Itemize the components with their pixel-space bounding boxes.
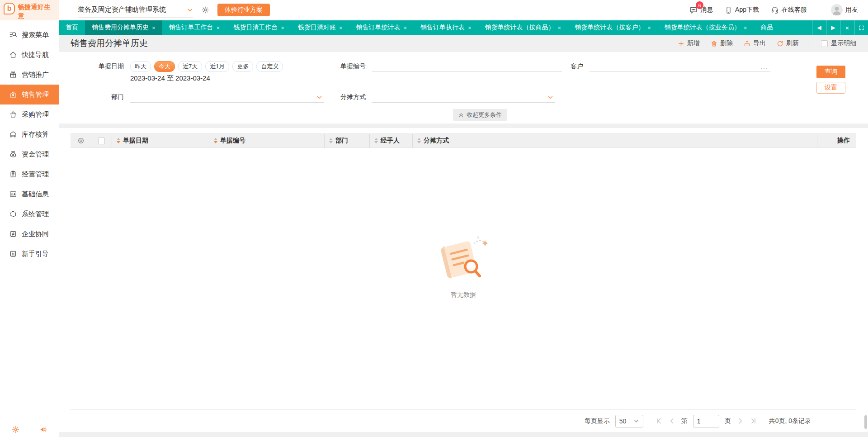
date-chip-yesterday[interactable]: 昨天 <box>130 61 151 72</box>
sort-icon[interactable] <box>214 138 217 143</box>
sort-icon[interactable] <box>329 138 333 143</box>
tab-sales-stats-by-salesperson[interactable]: 销货单统计表（按业务员） <box>658 20 754 35</box>
date-chip-more[interactable]: 更多 <box>232 61 253 72</box>
tab-sales-order-execution[interactable]: 销售订单执行表 <box>414 20 478 35</box>
show-detail-toggle[interactable]: 显示明细 <box>821 39 856 48</box>
tab-scroll-right-icon[interactable]: ▶ <box>826 20 840 35</box>
next-page-button[interactable] <box>736 417 744 425</box>
trash-icon <box>711 40 717 47</box>
tab-close-all-icon[interactable]: × <box>840 20 854 35</box>
gear-icon[interactable] <box>201 6 209 14</box>
tab-close-icon[interactable] <box>468 24 472 31</box>
show-detail-checkbox[interactable] <box>821 40 828 47</box>
select-all-checkbox[interactable] <box>91 134 112 147</box>
tab-sales-order-workbench[interactable]: 销售订单工作台 <box>162 20 227 35</box>
last-page-button[interactable] <box>750 417 757 425</box>
fullscreen-icon[interactable] <box>854 20 868 35</box>
refresh-button[interactable]: 刷新 <box>777 39 799 48</box>
app-download-label: App下载 <box>735 6 759 14</box>
sidebar-item-sales-mgmt[interactable]: 销售管理 <box>0 85 59 104</box>
tab-home[interactable]: 首页 <box>59 20 85 35</box>
settings-gear-icon[interactable] <box>12 426 19 433</box>
search-button[interactable]: 查询 <box>816 66 845 78</box>
tab-sales-stats-by-product[interactable]: 销货单统计表（按商品） <box>478 20 568 35</box>
page-number-input[interactable] <box>693 415 719 428</box>
department-select[interactable] <box>130 92 324 103</box>
table-panel: 单据日期 单据编号 部门 经手人 <box>59 128 868 432</box>
chevron-down-icon[interactable] <box>316 94 323 100</box>
column-header-handler[interactable]: 经手人 <box>370 134 413 147</box>
add-button[interactable]: 新增 <box>678 39 700 48</box>
sort-icon[interactable] <box>117 138 120 143</box>
date-chip-last1month[interactable]: 近1月 <box>205 61 229 72</box>
sidebar-item-operations[interactable]: 经营管理 <box>0 164 59 184</box>
first-page-button[interactable] <box>655 417 663 425</box>
tab-sales-order-stats[interactable]: 销售订单统计表 <box>349 20 414 35</box>
export-button[interactable]: 导出 <box>744 39 766 48</box>
sidebar-item-newbie-guide[interactable]: 新 新手引导 <box>0 244 59 264</box>
column-header-doc-date[interactable]: 单据日期 <box>112 134 209 147</box>
tab-cash-goods-reconcile[interactable]: 钱货日清对账 <box>291 20 349 35</box>
export-icon <box>744 40 750 47</box>
sidebar-item-quick-nav[interactable]: 快捷导航 <box>0 45 59 65</box>
tab-product[interactable]: 商品 <box>754 20 773 35</box>
brand-logo: b 畅捷通好生意 标准版 <box>0 0 59 20</box>
sidebar-item-basic-info[interactable]: 基础信息 <box>0 184 59 204</box>
tab-sales-expense-history[interactable]: 销售费用分摊单历史 <box>85 20 162 35</box>
filter-doc-date: 单据日期 昨天 今天 近7天 近1月 更多 自定义 2 <box>92 61 334 83</box>
customer-more-icon[interactable]: ... <box>760 63 769 70</box>
app-download-button[interactable]: App下载 <box>725 6 759 14</box>
tab-sales-stats-by-customer[interactable]: 销货单统计表（按客户） <box>568 20 658 35</box>
settings-button[interactable]: 设置 <box>816 82 845 94</box>
sidebar-item-marketing[interactable]: 营销推广 <box>0 65 59 85</box>
tab-cash-goods-workbench[interactable]: 钱货日清工作台 <box>226 20 291 35</box>
date-range-value[interactable]: 2023-03-24 至 2023-03-24 <box>130 74 283 83</box>
sidebar-item-funds[interactable]: 资金管理 <box>0 144 59 164</box>
per-page-label: 每页显示 <box>585 417 610 425</box>
tab-scroll-left-icon[interactable]: ◀ <box>812 20 826 35</box>
vertical-scrollbar[interactable] <box>864 415 867 429</box>
column-header-doc-no[interactable]: 单据编号 <box>209 134 325 147</box>
column-header-department[interactable]: 部门 <box>325 134 370 147</box>
tab-close-icon[interactable] <box>744 24 747 31</box>
chevron-down-icon[interactable] <box>547 94 554 100</box>
tab-close-icon[interactable] <box>281 24 284 31</box>
announcement-horn-icon[interactable] <box>39 426 47 433</box>
user-menu[interactable]: 用友 <box>831 4 858 16</box>
customer-input[interactable] <box>590 61 770 72</box>
sidebar-item-system-mgmt[interactable]: 系统管理 <box>0 204 59 224</box>
page-suffix-label: 页 <box>725 417 731 425</box>
collapse-filters-button[interactable]: 收起更多条件 <box>453 109 507 121</box>
online-service-button[interactable]: 在线客服 <box>771 6 807 14</box>
tab-close-icon[interactable] <box>217 24 220 31</box>
date-chip-custom[interactable]: 自定义 <box>256 61 283 72</box>
purchase-bag-icon <box>9 110 17 119</box>
sidebar-item-collaboration[interactable]: 企业协同 <box>0 224 59 244</box>
tab-close-icon[interactable] <box>152 24 156 31</box>
money-bag-icon <box>9 150 17 158</box>
sidebar-item-purchase-mgmt[interactable]: 采购管理 <box>0 104 59 124</box>
sort-icon[interactable] <box>374 138 378 143</box>
column-settings-gear-icon[interactable] <box>71 134 91 147</box>
tab-close-icon[interactable] <box>403 24 407 31</box>
phone-icon <box>725 6 732 14</box>
allocation-method-select[interactable] <box>372 92 555 103</box>
tab-close-icon[interactable] <box>339 24 343 31</box>
prev-page-button[interactable] <box>668 417 676 425</box>
per-page-select[interactable]: 50 <box>615 415 643 428</box>
doc-no-input[interactable] <box>372 61 562 72</box>
system-select[interactable]: 装备及固定资产辅助管理系统 <box>78 2 193 18</box>
industry-solution-button[interactable]: 体验行业方案 <box>217 4 270 16</box>
guide-icon: 新 <box>9 250 17 258</box>
messages-button[interactable]: 消息 6 <box>689 6 713 14</box>
date-chip-last7days[interactable]: 近7天 <box>178 61 202 72</box>
delete-button[interactable]: 删除 <box>711 39 733 48</box>
tab-close-icon[interactable] <box>647 24 651 31</box>
tab-controls: ◀ ▶ × <box>812 20 868 35</box>
tab-close-icon[interactable] <box>558 24 561 31</box>
column-header-allocation-method[interactable]: 分摊方式 <box>413 134 817 147</box>
sort-icon[interactable] <box>417 138 421 143</box>
sidebar-item-inventory[interactable]: 库存核算 <box>0 124 59 144</box>
sidebar-item-search-menu[interactable]: 搜索菜单 <box>0 25 59 45</box>
date-chip-today[interactable]: 今天 <box>154 61 175 72</box>
